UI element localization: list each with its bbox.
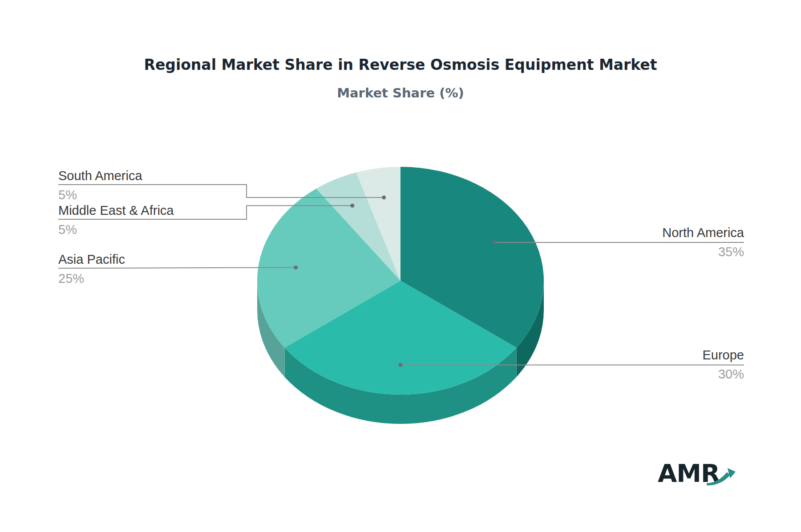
callout-value-north-america: 35% — [718, 245, 744, 259]
leader-dot-south-america — [382, 195, 386, 199]
chart-canvas: Regional Market Share in Reverse Osmosis… — [0, 0, 801, 532]
callout-label-europe: Europe — [702, 348, 744, 362]
pie-chart: North America35%Europe30%Asia Pacific25%… — [0, 0, 801, 532]
leader-dot-north-america — [493, 241, 497, 245]
callout-label-asia-pacific: Asia Pacific — [58, 252, 125, 266]
leader-dot-middle-east-africa — [350, 204, 354, 208]
callout-value-europe: 30% — [718, 367, 744, 381]
callout-value-middle-east-africa: 5% — [58, 222, 77, 237]
leader-dot-europe — [399, 363, 403, 367]
callout-value-south-america: 5% — [58, 188, 77, 202]
callout-label-north-america: North America — [662, 226, 744, 240]
callout-label-south-america: South America — [58, 169, 142, 183]
leader-dot-asia-pacific — [294, 266, 298, 270]
amr-logo-arrow-icon — [707, 461, 736, 493]
callout-value-asia-pacific: 25% — [58, 271, 84, 286]
callout-label-middle-east-africa: Middle East & Africa — [58, 203, 174, 218]
amr-logo: AMR — [658, 461, 740, 494]
